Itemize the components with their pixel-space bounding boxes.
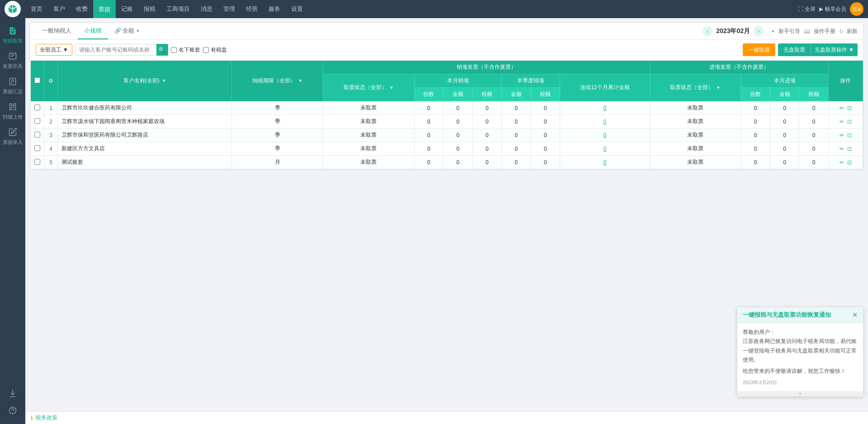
- has-tax-disk-checkbox[interactable]: [203, 47, 209, 53]
- settings-icon[interactable]: ⚙: [48, 78, 53, 84]
- entry-icon: [8, 128, 17, 138]
- employee-select[interactable]: 全部员工 ▼: [36, 44, 72, 56]
- row-period-cell: 季: [232, 142, 323, 156]
- row-purchase-month-tax: 0: [799, 129, 828, 142]
- edit-icon[interactable]: ✏: [840, 119, 844, 125]
- refresh-link[interactable]: 刷新: [847, 28, 858, 35]
- table-body: 1 卫辉市玖玖健合医药有限公司 季 未取票 0 0 0 0 0 0 未取票 0 …: [31, 101, 863, 169]
- tab-all-capable[interactable]: 🔗 全能 ▼: [108, 23, 146, 39]
- nav-tax[interactable]: 报税: [138, 0, 161, 18]
- row-checkbox[interactable]: [34, 132, 40, 138]
- row-sales-month-amount: 0: [443, 101, 472, 115]
- nav-manage[interactable]: 管理: [218, 0, 241, 18]
- status-bar: ℹ 税务政策: [25, 411, 868, 424]
- manual-link[interactable]: 操作手册: [814, 28, 835, 35]
- row-sales-quarter-amount: 0: [502, 129, 531, 142]
- sidebar-item-entry[interactable]: 票据录入: [0, 124, 25, 149]
- nav-operation[interactable]: 经营: [241, 0, 263, 18]
- prev-period-button[interactable]: ‹: [703, 26, 712, 36]
- fullscreen-icon: ⛶: [798, 6, 803, 12]
- row-sales-cumulative[interactable]: 0: [560, 142, 650, 156]
- more-icon[interactable]: ⊡: [847, 132, 852, 138]
- sidebar-item-help[interactable]: [0, 402, 25, 419]
- one-key-fetch-button[interactable]: 一键取票: [743, 43, 775, 56]
- more-icon[interactable]: ⊡: [847, 119, 852, 125]
- no-disk-ops-dropdown[interactable]: 无盘取票操作 ▼: [811, 43, 858, 56]
- next-period-button[interactable]: ›: [754, 26, 764, 36]
- row-checkbox[interactable]: [34, 159, 40, 165]
- tab-and-nav-row: 一般纳税人 小规模 🔗 全能 ▼ ‹ 2023年02月 › ✦ 新手引导: [30, 23, 863, 40]
- edit-icon[interactable]: ✏: [840, 146, 844, 152]
- nav-service[interactable]: 服务: [263, 0, 286, 18]
- scan-icon: [8, 102, 17, 112]
- sidebar-item-scan[interactable]: 扫描上传: [0, 99, 25, 124]
- nav-settings[interactable]: 设置: [286, 0, 308, 18]
- row-checkbox-cell: [31, 115, 44, 129]
- tab-small-scale[interactable]: 小规模: [78, 23, 108, 39]
- more-icon[interactable]: ⊡: [847, 146, 852, 152]
- purchase-fetch-filter-icon[interactable]: ▼: [716, 85, 721, 90]
- manual-icon: 📖: [804, 29, 810, 34]
- sub-account-checkbox[interactable]: [171, 47, 177, 53]
- more-icon[interactable]: ⊡: [847, 105, 852, 111]
- nav-fee[interactable]: 收费: [71, 0, 93, 18]
- row-sales-quarter-tax: 0: [531, 142, 560, 156]
- sidebar-item-invoice-open[interactable]: 发票开具: [0, 48, 25, 73]
- edit-icon[interactable]: ✏: [840, 159, 844, 166]
- app-logo: [5, 1, 21, 17]
- select-all-checkbox[interactable]: [34, 77, 40, 83]
- nav-business[interactable]: 工商项目: [161, 0, 195, 18]
- smart-fetch-icon: [8, 26, 17, 36]
- nav-accounting[interactable]: 记账: [116, 0, 138, 18]
- row-checkbox[interactable]: [34, 145, 40, 151]
- row-sales-fetch-status: 未取票: [323, 129, 414, 142]
- row-checkbox[interactable]: [34, 105, 40, 110]
- th-sales-quarter-tax: 税额: [531, 88, 560, 101]
- row-checkbox[interactable]: [34, 118, 40, 124]
- row-sales-month-amount: 0: [443, 129, 472, 142]
- nav-message[interactable]: 消息: [195, 0, 218, 18]
- row-sales-cumulative[interactable]: 0: [560, 156, 650, 169]
- th-purchase-month-copies: 份数: [741, 88, 770, 101]
- row-sales-month-amount: 0: [443, 115, 472, 129]
- fullscreen-button[interactable]: ⛶ 全屏: [798, 5, 816, 13]
- edit-icon[interactable]: ✏: [840, 132, 844, 138]
- nav-invoice[interactable]: 票据: [93, 0, 116, 18]
- sub-account-checkbox-label[interactable]: 名下账套: [171, 46, 200, 54]
- nav-client[interactable]: 客户: [48, 0, 71, 18]
- member-button[interactable]: ▶ 畅享会员: [819, 5, 846, 13]
- more-icon[interactable]: ⊡: [847, 159, 852, 166]
- search-button[interactable]: 🔍: [156, 44, 168, 56]
- row-purchase-month-copies: 0: [741, 142, 770, 156]
- nav-home[interactable]: 首页: [25, 0, 48, 18]
- no-disk-fetch-button[interactable]: 无盘取票: [778, 43, 811, 56]
- sales-fetch-filter-icon[interactable]: ▼: [389, 85, 394, 90]
- sidebar-item-summary[interactable]: 票据汇总: [0, 73, 25, 99]
- row-sales-cumulative[interactable]: 0: [560, 101, 650, 115]
- new-guide-link[interactable]: 新手引导: [778, 28, 800, 35]
- refresh-icon: ↻: [839, 29, 843, 34]
- row-purchase-month-amount: 0: [770, 142, 799, 156]
- period-filter-icon[interactable]: ▼: [298, 78, 302, 83]
- th-purchase-fetch-status: 取票状态（全部） ▼: [650, 74, 741, 101]
- tab-dropdown-icon: ▼: [136, 29, 140, 33]
- notification-close-button[interactable]: ✕: [852, 311, 858, 319]
- tab-general-taxpayer[interactable]: 一般纳税人: [36, 23, 78, 39]
- new-guide-icon: ✦: [771, 29, 775, 34]
- edit-icon[interactable]: ✏: [840, 105, 844, 111]
- user-avatar[interactable]: tEa: [850, 2, 863, 16]
- row-name-cell: 新建区方方文具店: [58, 142, 232, 156]
- search-input[interactable]: [75, 44, 156, 56]
- sidebar-item-smart-fetch[interactable]: 智能取票: [0, 23, 25, 48]
- has-tax-disk-checkbox-label[interactable]: 有税盘: [203, 46, 227, 54]
- row-sales-cumulative[interactable]: 0: [560, 129, 650, 142]
- row-sales-month-copies: 0: [414, 129, 443, 142]
- row-sales-cumulative[interactable]: 0: [560, 115, 650, 129]
- client-filter-icon[interactable]: ▼: [162, 78, 166, 83]
- sidebar-item-download[interactable]: [0, 385, 25, 402]
- notification-apology: 给您带来的不便敬请谅解，祝您工作愉快！: [743, 367, 858, 376]
- tax-policy-link[interactable]: 税务政策: [36, 414, 57, 422]
- table-row: 5 测试账套 月 未取票 0 0 0 0 0 0 未取票 0 0 0 ✏ ⊡: [31, 156, 863, 169]
- nav-menu: 首页 客户 收费 票据 记账 报税 工商项目 消息 管理 经营 服务 设置: [25, 0, 798, 18]
- th-operation: 操作: [828, 61, 863, 101]
